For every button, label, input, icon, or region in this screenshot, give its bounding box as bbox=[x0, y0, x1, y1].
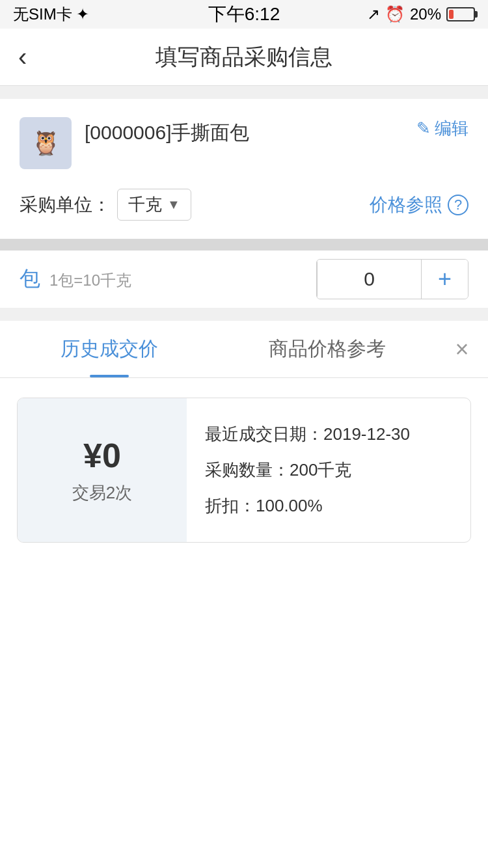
unit-value: 千克 bbox=[128, 193, 162, 216]
page-title: 填写商品采购信息 bbox=[156, 42, 332, 72]
tab-product-price-ref-label: 商品价格参考 bbox=[269, 336, 386, 362]
recent-date-label: 最近成交日期： bbox=[205, 424, 323, 444]
quantity-unit-equiv: 1包=10千克 bbox=[49, 270, 131, 291]
unit-select-button[interactable]: 千克 ▼ bbox=[117, 189, 191, 221]
edit-label: 编辑 bbox=[435, 117, 468, 140]
carrier-text: 无SIM卡 ✦ bbox=[13, 4, 89, 25]
purchase-unit-label: 采购单位： bbox=[20, 193, 111, 217]
product-name: [0000006]手撕面包 bbox=[85, 120, 249, 146]
price-ref-button[interactable]: 价格参照 ? bbox=[370, 193, 468, 217]
quantity-input[interactable] bbox=[317, 260, 421, 299]
status-left: 无SIM卡 ✦ bbox=[13, 4, 89, 25]
battery-percent: 20% bbox=[410, 5, 441, 23]
status-time: 下午6:12 bbox=[208, 2, 280, 27]
product-left: 🦉 [0000006]手撕面包 bbox=[20, 117, 249, 169]
chevron-down-icon: ▼ bbox=[167, 197, 180, 212]
tab-active-indicator bbox=[90, 375, 129, 377]
quantity-label-group: 包 1包=10千克 bbox=[20, 265, 131, 293]
price-ref-help-icon: ? bbox=[448, 195, 468, 215]
back-button[interactable]: ‹ bbox=[18, 42, 27, 72]
section-divider bbox=[0, 239, 488, 251]
status-bar: 无SIM卡 ✦ 下午6:12 ↗ ⏰ 20% bbox=[0, 0, 488, 29]
history-purchase-qty: 采购数量：200千克 bbox=[205, 457, 452, 483]
tabs-header: 历史成交价 商品价格参考 × bbox=[0, 321, 488, 378]
tab-product-price-ref[interactable]: 商品价格参考 bbox=[218, 321, 436, 377]
tabs-section: 历史成交价 商品价格参考 × ¥0 交易2次 最近成交日期：2019-12-30… bbox=[0, 321, 488, 868]
history-card-right: 最近成交日期：2019-12-30 采购数量：200千克 折扣：100.00% bbox=[187, 398, 470, 542]
quantity-plus-button[interactable]: + bbox=[421, 260, 468, 299]
location-icon: ↗ bbox=[367, 5, 380, 23]
discount-value: 100.00% bbox=[256, 496, 323, 515]
edit-button[interactable]: ✎ 编辑 bbox=[416, 117, 468, 140]
quantity-control: + bbox=[316, 259, 468, 299]
status-right: ↗ ⏰ 20% bbox=[367, 5, 475, 23]
purchase-unit-row: 采购单位： 千克 ▼ 价格参照 ? bbox=[20, 189, 468, 221]
product-section: 🦉 [0000006]手撕面包 ✎ 编辑 采购单位： 千克 ▼ 价格参照 ? bbox=[0, 99, 488, 239]
purchase-qty-value: 200千克 bbox=[290, 460, 351, 480]
tab-history-price-label: 历史成交价 bbox=[61, 336, 158, 362]
product-thumbnail: 🦉 bbox=[20, 117, 72, 169]
price-ref-label: 价格参照 bbox=[370, 193, 442, 217]
quantity-unit-badge: 包 bbox=[20, 265, 40, 293]
history-card-left: ¥0 交易2次 bbox=[18, 398, 187, 542]
history-price-card: ¥0 交易2次 最近成交日期：2019-12-30 采购数量：200千克 折扣：… bbox=[17, 398, 471, 543]
tab-close-button[interactable]: × bbox=[436, 321, 488, 378]
recent-date-value: 2019-12-30 bbox=[323, 424, 410, 444]
purchase-qty-label: 采购数量： bbox=[205, 460, 290, 480]
edit-icon: ✎ bbox=[416, 118, 431, 139]
tab-history-price[interactable]: 历史成交价 bbox=[0, 321, 218, 377]
product-logo-icon: 🦉 bbox=[31, 129, 61, 157]
main-content-area bbox=[0, 562, 488, 868]
nav-bar: ‹ 填写商品采购信息 bbox=[0, 29, 488, 86]
history-trade-count: 交易2次 bbox=[72, 481, 132, 504]
history-recent-date: 最近成交日期：2019-12-30 bbox=[205, 422, 452, 447]
history-price-value: ¥0 bbox=[83, 436, 121, 475]
quantity-row: 包 1包=10千克 + bbox=[0, 251, 488, 308]
discount-label: 折扣： bbox=[205, 496, 256, 515]
battery-indicator bbox=[446, 7, 475, 21]
history-discount: 折扣：100.00% bbox=[205, 493, 452, 519]
alarm-icon: ⏰ bbox=[385, 5, 405, 23]
